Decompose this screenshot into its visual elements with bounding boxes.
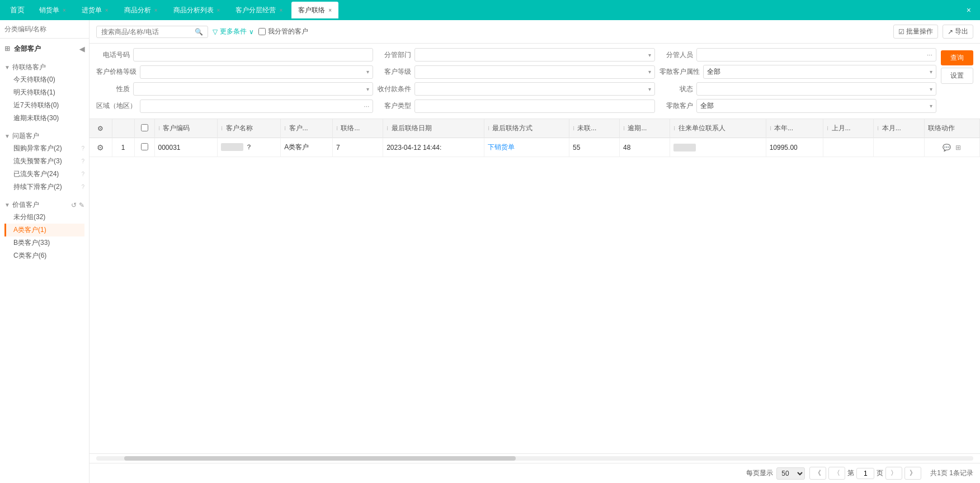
tab-customer-tier[interactable]: 客户分层经营 × (229, 2, 289, 18)
sidebar-item-declining[interactable]: 持续下滑客户(2) ? (4, 181, 84, 193)
tab-sales-order[interactable]: 销货单 × (32, 2, 73, 18)
last-page-button[interactable]: 》 (904, 467, 921, 480)
query-btn-group: 查询 设置 (941, 48, 973, 116)
export-button[interactable]: ↗ 导出 (943, 25, 973, 39)
page-number-input[interactable]: 1 (856, 468, 874, 479)
app-close-button[interactable]: × (962, 3, 976, 17)
scrollbar-track[interactable] (96, 456, 973, 461)
scatter-attr-label: 零散客户属性 (659, 67, 700, 77)
filter-search-input[interactable] (101, 28, 195, 36)
nature-select[interactable]: ▾ (133, 82, 373, 96)
hoarding-help-icon[interactable]: ? (81, 145, 84, 151)
sidebar-item-a-class[interactable]: A类客户(1) (4, 224, 84, 236)
churned-help-icon[interactable]: ? (81, 171, 84, 177)
per-page-select[interactable]: 50 100 200 (776, 467, 805, 480)
export-icon: ↗ (948, 28, 953, 36)
tab-purchase-order-close[interactable]: × (105, 7, 109, 13)
pending-contact-title[interactable]: ▼ 待联络客户 (4, 60, 84, 73)
settings-button[interactable]: 设置 (941, 68, 973, 84)
tab-product-analysis-list-label: 商品分析列表 (173, 6, 214, 15)
mine-filter-checkbox[interactable] (258, 28, 266, 35)
th-last-method: ⁝ 最后联络方式 (484, 119, 569, 138)
payment-select[interactable]: ▾ (414, 82, 654, 96)
sidebar-search-input[interactable] (4, 25, 88, 33)
tab-product-analysis-list[interactable]: 商品分析列表 × (167, 2, 227, 18)
filter-search-icon[interactable]: 🔍 (195, 28, 203, 36)
declining-help-icon[interactable]: ? (81, 184, 84, 190)
th-last-month: ⁝ 上月... (823, 119, 874, 138)
sidebar-item-c-class[interactable]: C类客户(6) (4, 249, 84, 262)
customer-grade-select[interactable]: ▾ (414, 65, 654, 79)
manager-input[interactable]: ··· (696, 48, 936, 61)
row-checkbox-cell (134, 138, 154, 157)
th-name: ⁝ 客户名称 (218, 119, 281, 138)
tab-product-analysis-list-close[interactable]: × (217, 7, 220, 13)
select-all-checkbox[interactable] (141, 124, 148, 131)
batch-operation-button[interactable]: ☑ 批量操作 (893, 25, 938, 39)
sidebar-item-tomorrow-contact[interactable]: 明天待联络(1) (4, 86, 84, 99)
th-gear[interactable]: ⚙ (89, 119, 112, 138)
row-last-month (823, 138, 874, 157)
row-this-year: 10995.00 (766, 138, 823, 157)
tab-purchase-order[interactable]: 进货单 × (75, 2, 115, 18)
tab-product-analysis-close[interactable]: × (154, 7, 158, 13)
value-customer-title[interactable]: ▼ 价值客户 ↺ ✎ (4, 198, 84, 211)
th-checkbox (134, 119, 154, 138)
row-select-checkbox[interactable] (141, 143, 148, 150)
sort-icon-overdue: ⁝ (623, 125, 625, 131)
sidebar-item-churned[interactable]: 已流失客户(24) ? (4, 168, 84, 181)
th-overdue: ⁝ 逾期... (620, 119, 670, 138)
tab-customer-contact[interactable]: 客户联络 × (291, 2, 338, 18)
pagination-area: 《 〈 第 1 页 〉 》 (809, 467, 921, 480)
sort-icon-lastmonth: ⁝ (827, 125, 828, 131)
sidebar-item-today-contact[interactable]: 今天待联络(0) (4, 73, 84, 86)
sidebar-item-hoarding[interactable]: 囤购异常客户(2) ? (4, 142, 84, 155)
pending-contact-label: 待联络客户 (12, 63, 46, 72)
value-edit-icon[interactable]: ✎ (79, 201, 84, 209)
collapse-icon[interactable]: ◀ (79, 45, 84, 53)
tab-product-analysis[interactable]: 商品分析 × (117, 2, 164, 18)
status-select[interactable]: ▾ (696, 82, 936, 96)
phone-input[interactable] (133, 48, 373, 61)
filter-nature: 性质 ▾ (96, 82, 373, 96)
more-conditions-button[interactable]: ▽ 更多条件 ∨ (213, 27, 254, 36)
row-overdue: 48 (620, 138, 670, 157)
qr-icon[interactable]: ⊞ (955, 144, 961, 151)
advanced-filters: 电话号码 分管部门 ▾ 分管人员 (89, 44, 980, 119)
sidebar-item-churn-warning[interactable]: 流失预警客户(3) ? (4, 155, 84, 168)
churn-warning-help-icon[interactable]: ? (81, 158, 84, 164)
scatter-select[interactable]: 全部 ▾ (696, 99, 936, 113)
table-row: ⚙ 1 000031 ？ A类客户 7 2023-04-12 14:44: (89, 138, 980, 157)
tab-customer-contact-close[interactable]: × (328, 7, 332, 13)
scrollbar-thumb[interactable] (124, 456, 516, 461)
filter-status: 状态 ▾ (659, 82, 936, 96)
prev-page-button[interactable]: 〈 (828, 467, 845, 480)
payment-arrow-icon: ▾ (648, 86, 651, 92)
sidebar-item-b-class[interactable]: B类客户(33) (4, 236, 84, 249)
sidebar-item-week-contact[interactable]: 近7天待联络(0) (4, 99, 84, 112)
row-gear-cell[interactable]: ⚙ (89, 138, 112, 157)
problem-customer-title[interactable]: ▼ 问题客户 (4, 129, 84, 142)
price-grade-select[interactable]: ▾ (140, 65, 373, 79)
sidebar-item-overdue-contact[interactable]: 逾期未联络(30) (4, 112, 84, 125)
query-button[interactable]: 查询 (941, 50, 973, 65)
scatter-attr-value: 全部 (707, 67, 720, 77)
tab-customer-tier-close[interactable]: × (279, 7, 282, 13)
customer-table: ⚙ ⁝ 客户编码 ⁝ 客户名称 ⁝ 客户... (89, 119, 980, 157)
last-method-link[interactable]: 下销货单 (488, 143, 515, 151)
sidebar-item-ungrouped[interactable]: 未分组(32) (4, 211, 84, 224)
th-this-year: ⁝ 本年... (766, 119, 823, 138)
region-input[interactable]: ··· (140, 100, 373, 113)
dept-select[interactable]: ▾ (414, 48, 654, 61)
chat-icon[interactable]: 💬 (943, 144, 951, 151)
scatter-attr-select[interactable]: 全部 ▾ (703, 65, 936, 79)
customer-type-input[interactable] (414, 100, 654, 113)
region-dots-icon: ··· (364, 102, 369, 110)
next-page-button[interactable]: 〉 (885, 467, 902, 480)
all-customers-header[interactable]: ⊞ 全部客户 ◀ (4, 42, 84, 56)
content-area: 🔍 ▽ 更多条件 ∨ 我分管的客户 ☑ 批量操作 ↗ 导出 (89, 20, 980, 483)
first-page-button[interactable]: 《 (809, 467, 826, 480)
home-tab[interactable]: 首页 (4, 3, 30, 17)
tab-sales-order-close[interactable]: × (63, 7, 66, 13)
value-refresh-icon[interactable]: ↺ (71, 201, 77, 209)
